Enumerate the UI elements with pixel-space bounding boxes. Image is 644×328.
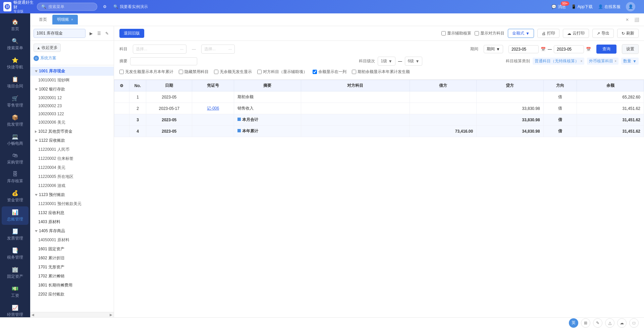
sidebar-item-invoice[interactable]: 🧾 发票管理 [2,225,29,244]
subject-item-10020006[interactable]: 10020006 美元 [30,118,114,127]
bottom-action-1[interactable]: ⊞ [581,318,590,328]
sidebar-item-capital[interactable]: 💰 资金管理 [2,187,29,206]
subject-item-11230001[interactable]: 11230001 预付账款美元 [30,199,114,208]
sidebar-item-fixed-assets[interactable]: 🏢 固定资产 [2,264,29,282]
tag-normal-close[interactable]: × [580,59,582,63]
sidebar-item-home[interactable]: 🏠 首页 [2,16,29,35]
tab-detail[interactable]: 明细账 × [52,15,78,24]
tab-home[interactable]: 首页 [34,15,52,24]
expand-more-button[interactable]: ▲ 收起更多 [34,44,61,52]
subject-item-1601[interactable]: 1601 固定资产 [30,245,114,254]
hide-disabled-checkbox[interactable]: 隐藏禁用科目 [179,69,209,75]
bottom-action-5[interactable]: □ [629,318,639,328]
amount-format-button[interactable]: 金额式 ▼ [508,29,534,38]
sidebar-item-wholesale[interactable]: 📦 批发管理 [2,112,29,130]
subject-item-10010001[interactable]: 10010001 现钞啊 [30,76,114,85]
sidebar-item-ecommerce[interactable]: 💻 小畅电商 [2,131,29,149]
subject-item-10020002[interactable]: 10020002 23 [30,102,114,110]
demo-link[interactable]: 🔍 我要看实例演示 [113,4,148,10]
maximize-button[interactable]: ⬜ [633,16,640,23]
app-download-button[interactable]: 📱 App下载 [571,4,593,10]
calendar-from-icon[interactable]: 📅 [541,47,546,52]
edit-icon[interactable]: ✎ [104,30,110,37]
export-button[interactable]: ↗ 导出 [592,29,614,38]
sidebar-item-search[interactable]: 🔍 搜索菜单 [2,35,29,54]
subject-item-1001[interactable]: 1001 库存现金 [30,67,114,76]
query-button[interactable]: 查询 [596,45,616,54]
period-balance-checkbox[interactable]: 期初余额显示本年累计发生额 [352,69,410,75]
show-aux-checkbox[interactable]: 显示辅助核算 [441,30,471,36]
sidebar-item-quick-nav[interactable]: ⭐ 快捷导航 [2,54,29,73]
sidebar-item-operations[interactable]: 📈 经营管理 [2,302,29,317]
cloud-print-button[interactable]: ☁ 云打印 [563,29,589,38]
subject-item-2202[interactable]: 2202 应付账款 [30,290,114,299]
settings-icon[interactable]: ⚙ [100,2,109,11]
subject-item-1602[interactable]: 1602 累计折旧 [30,254,114,263]
bottom-action-3[interactable]: △ [605,318,614,328]
balance-one-row-checkbox[interactable]: 余额显示在一列 [313,69,346,75]
bottom-action-2[interactable]: ✎ [593,318,602,328]
subject-item-11220004[interactable]: 11220004 美元 [30,163,114,172]
return-old-version-button[interactable]: 退回旧版 [119,29,144,38]
subject-item-1403[interactable]: 1403 原材料 [30,217,114,226]
subject-item-1122[interactable]: 1122 应收账款 [30,136,114,145]
col-settings[interactable]: ⚙ [114,80,129,91]
list-icon[interactable]: ☰ [96,30,102,37]
subject-item-1002[interactable]: 1002 银行存款 [30,85,114,94]
subject-item-1702[interactable]: 1702 累计摊销 [30,272,114,281]
calendar-to-icon[interactable]: 📅 [586,47,591,52]
sidebar-item-retail[interactable]: 🛒 零售管理 [2,92,29,111]
sidebar-item-tax[interactable]: 📑 税务管理 [2,245,29,263]
scroll-left-icon[interactable]: ◀ [32,313,34,317]
print-button[interactable]: 🖨 打印 [537,29,559,38]
subject-item-14050001[interactable]: 14050001 原材料 [30,236,114,245]
subject-item-11220001[interactable]: 11220001 人民币 [30,145,114,154]
user-avatar[interactable]: 👤 [626,2,635,11]
messages-button[interactable]: 💬 消息 99+ [551,4,566,10]
bottom-lang-button[interactable]: 英 [569,318,578,328]
period-type-selector[interactable]: 期间 ▼ [484,45,503,53]
summary-filter-input[interactable] [130,57,197,65]
settings-col-icon[interactable]: ⚙ [120,83,123,88]
period-from-input[interactable] [508,45,539,53]
subject-item-1405[interactable]: 1405 库存商品 [30,226,114,236]
subject-item-11220002[interactable]: 11220002 往来标签 [30,154,114,163]
subject-filter-input[interactable]: 选择... ··· [133,45,186,54]
arrow-next-icon[interactable]: ▶ [88,30,94,37]
tag-foreign-close[interactable]: × [614,59,616,63]
no-balance-checkbox[interactable]: 无发生额显示本月本年累计 [119,69,173,75]
level-to-selector[interactable]: 6级 ▼ [405,57,423,66]
subject-item-10020001[interactable]: 10020001 12 [30,94,114,102]
online-service-button[interactable]: 👤 在线客服 [598,4,621,10]
no-balance-show-checkbox[interactable]: 无余额无发生显示 [214,69,252,75]
level-from-selector[interactable]: 1级 ▼ [378,57,395,66]
subject-selector[interactable]: 1001 库存现金 [34,29,86,38]
voucher-link[interactable]: 记-006 [207,106,219,111]
sidebar-item-project[interactable]: 📋 项目合同 [2,73,29,92]
show-opposite-checkbox[interactable]: 显示对方科目 [475,30,504,36]
subject-item-11220005[interactable]: 11220005 所在地区 [30,172,114,181]
system-solution-button[interactable]: ⊙ 系统方案 [34,54,110,62]
search-input[interactable] [48,4,92,9]
sidebar-item-salary[interactable]: 💵 工资 [2,283,29,301]
scroll-right-icon[interactable]: ▶ [110,313,112,317]
subject-item-1801[interactable]: 1801 长期待摊费用 [30,281,114,290]
sidebar-item-purchase[interactable]: 🛍 采购管理 [2,150,29,168]
opposite-subject-checkbox[interactable]: 对方科目（显示辅助项） [257,69,307,75]
sidebar-item-inventory[interactable]: 🗄 库存核算 [2,169,29,187]
bottom-action-4[interactable]: ☁ [617,318,627,328]
subject-item-1132[interactable]: 1132 应收利息 [30,208,114,217]
period-to-input[interactable] [554,45,584,53]
refresh-button[interactable]: ↻ 刷新 [617,29,639,38]
tab-close-button[interactable]: × [71,18,73,21]
sidebar-item-ledger[interactable]: 📊 总账管理 [2,206,29,225]
subject-item-1123[interactable]: 1123 预付账款 [30,190,114,199]
subject-item-1012[interactable]: 1012 其他货币资金 [30,127,114,136]
row-voucher[interactable]: 记-006 [192,103,234,114]
search-box[interactable]: 🔍 [37,3,97,11]
subject-item-11220006[interactable]: 11220006 游戏 [30,181,114,190]
close-panel-button[interactable]: ✕ [624,16,631,23]
subject-item-1701[interactable]: 1701 无形资产 [30,263,114,272]
subject-item-10020003[interactable]: 10020003 122 [30,110,114,118]
filter-settings-button[interactable]: 设置 [622,44,639,54]
